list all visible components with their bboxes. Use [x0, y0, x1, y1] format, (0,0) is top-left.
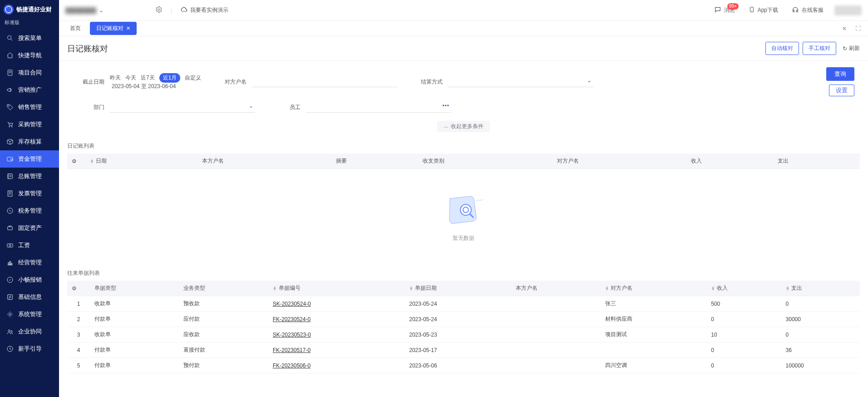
col-0[interactable]: ▲▼日期	[85, 154, 197, 169]
sidebar-item-18[interactable]: 新手引导	[0, 340, 59, 357]
close-icon[interactable]: ✕	[126, 25, 130, 31]
table-row[interactable]: 4付款单直接付款FK-20230517-02023-05-17036	[67, 342, 860, 358]
settings-icon[interactable]	[155, 6, 163, 15]
filter-label-counter: 对方户名	[215, 78, 247, 86]
tab-home[interactable]: 首页	[64, 22, 87, 35]
sidebar-item-label: 总账管理	[18, 172, 42, 180]
cell-doc-no[interactable]: FK-20230517-0	[268, 342, 405, 358]
auto-check-button[interactable]: 自动核对	[765, 42, 799, 55]
employee-input[interactable]	[306, 102, 451, 113]
date-chip-4[interactable]: 自定义	[185, 74, 201, 82]
cell-doc-type: 付款单	[90, 358, 179, 373]
col2-1[interactable]: 业务类型	[179, 281, 268, 296]
table-row[interactable]: 1收款单预收款SK-20230524-02023-05-24张三5000	[67, 296, 860, 312]
col-4[interactable]: 对方户名	[552, 154, 686, 169]
manual-check-button[interactable]: 手工核对	[803, 42, 836, 55]
query-button[interactable]: 查询	[826, 67, 854, 81]
sidebar-item-16[interactable]: 系统管理	[0, 306, 59, 323]
col-5[interactable]: 收入	[686, 154, 773, 169]
sidebar-item-4[interactable]: 销售管理	[0, 99, 59, 116]
close-all-tabs-button[interactable]: ✕	[839, 23, 850, 34]
sidebar-item-14[interactable]: 小畅报销	[0, 271, 59, 288]
sidebar-item-17[interactable]: 企业协同	[0, 323, 59, 340]
demo-link[interactable]: 我要看实例演示	[180, 6, 228, 15]
cell-income: 0	[706, 358, 781, 373]
date-chip-3[interactable]: 近1月	[159, 73, 181, 83]
col-6[interactable]: 支出	[773, 154, 860, 169]
column-settings-icon[interactable]: ⚙	[67, 154, 85, 169]
sort-icon[interactable]: ▲▼	[409, 286, 413, 291]
sidebar-item-6[interactable]: 库存核算	[0, 133, 59, 150]
col2-7[interactable]: ▲▼支出	[781, 281, 860, 296]
invoice-icon	[6, 190, 14, 197]
content-scroll[interactable]: 日记账列表 ⚙▲▼日期本方户名摘要收支类别对方户名收入支出 暂无数据 往来单据列…	[59, 138, 868, 397]
sidebar-item-3[interactable]: 营销推广	[0, 81, 59, 99]
svg-point-28	[8, 330, 10, 332]
sidebar-item-8[interactable]: 总账管理	[0, 168, 59, 185]
sort-icon[interactable]: ▲▼	[605, 286, 609, 291]
sidebar-item-11[interactable]: 固定资产	[0, 219, 59, 237]
counterparty-input[interactable]	[252, 76, 397, 87]
department-input[interactable]	[110, 102, 255, 113]
table-row[interactable]: 5付款单预付款FK-20230506-02023-05-06四川空调010000…	[67, 358, 860, 373]
table-row[interactable]: 3收款单应收款SK-20230523-02023-05-23项目测试100	[67, 327, 860, 342]
cell-doc-type: 付款单	[90, 342, 179, 358]
table-row[interactable]: 2付款单应付款FK-20230524-02023-05-24材料供应商03000…	[67, 312, 860, 327]
cell-doc-no[interactable]: FK-20230524-0	[268, 312, 405, 327]
cell-income: 10	[706, 327, 781, 342]
refresh-button[interactable]: ↻ 刷新	[843, 45, 860, 52]
sidebar-item-7[interactable]: 资金管理	[0, 150, 59, 168]
collapse-filters-button[interactable]: ︿ 收起更多条件	[437, 121, 490, 132]
col2-5[interactable]: ▲▼对方户名	[601, 281, 707, 296]
filter-settings-button[interactable]: 设置	[829, 84, 854, 96]
filter-label-settle: 结算方式	[411, 78, 443, 86]
date-chip-1[interactable]: 今天	[125, 74, 136, 82]
messages-button[interactable]: 消息 99+	[711, 6, 738, 15]
sort-icon[interactable]: ▲▼	[90, 159, 94, 164]
col2-3[interactable]: ▲▼单据日期	[404, 281, 511, 296]
chevron-down-icon[interactable]: ⌄	[249, 103, 253, 109]
chevron-down-icon: ⌄	[99, 7, 104, 14]
column-settings-icon[interactable]: ⚙	[67, 281, 90, 296]
col-2[interactable]: 摘要	[331, 154, 418, 169]
col2-0[interactable]: 单据类型	[90, 281, 179, 296]
cloud-icon	[180, 6, 187, 15]
cell-their-account: 材料供应商	[601, 312, 707, 327]
col-1[interactable]: 本方户名	[197, 154, 331, 169]
box-icon	[6, 138, 14, 145]
cell-doc-type: 收款单	[90, 327, 179, 342]
fullscreen-icon[interactable]: ⛶	[853, 23, 863, 34]
svg-point-37	[481, 199, 483, 201]
sidebar-item-1[interactable]: 快捷导航	[0, 47, 59, 64]
col-3[interactable]: 收支类别	[418, 154, 552, 169]
user-avatar[interactable]	[834, 5, 862, 15]
sidebar-item-12[interactable]: 工资	[0, 237, 59, 254]
org-selector[interactable]: ████████ ⌄	[65, 7, 147, 14]
service-button[interactable]: 在线客服	[789, 6, 826, 15]
tag-icon	[6, 104, 14, 111]
cell-doc-no[interactable]: FK-20230506-0	[268, 358, 405, 373]
date-chip-2[interactable]: 近7天	[141, 74, 155, 82]
sidebar-item-5[interactable]: 采购管理	[0, 116, 59, 133]
settlement-input[interactable]	[448, 76, 593, 87]
col2-6[interactable]: ▲▼收入	[706, 281, 781, 296]
cell-doc-no[interactable]: SK-20230523-0	[268, 327, 405, 342]
sidebar-item-10[interactable]: 税务管理	[0, 202, 59, 219]
sort-icon[interactable]: ▲▼	[711, 286, 715, 291]
col2-2[interactable]: ▲▼单据编号	[268, 281, 405, 296]
sort-icon[interactable]: ▲▼	[786, 286, 790, 291]
sort-icon[interactable]: ▲▼	[273, 286, 277, 291]
svg-rect-21	[11, 263, 12, 265]
chevron-down-icon[interactable]: ⌄	[587, 77, 592, 84]
col2-4[interactable]: 本方户名	[511, 281, 600, 296]
sidebar-item-9[interactable]: 发票管理	[0, 185, 59, 202]
more-icon[interactable]: •••	[442, 103, 449, 109]
sidebar-item-13[interactable]: 经营管理	[0, 254, 59, 271]
date-chip-0[interactable]: 昨天	[110, 74, 121, 82]
cell-doc-no[interactable]: SK-20230524-0	[268, 296, 405, 312]
sidebar-item-0[interactable]: 搜索菜单	[0, 30, 59, 47]
sidebar-item-15[interactable]: 基础信息	[0, 288, 59, 306]
tab-journal-check[interactable]: 日记账核对 ✕	[90, 22, 137, 35]
app-download-button[interactable]: App下载	[746, 6, 781, 15]
sidebar-item-2[interactable]: 项目合同	[0, 64, 59, 81]
